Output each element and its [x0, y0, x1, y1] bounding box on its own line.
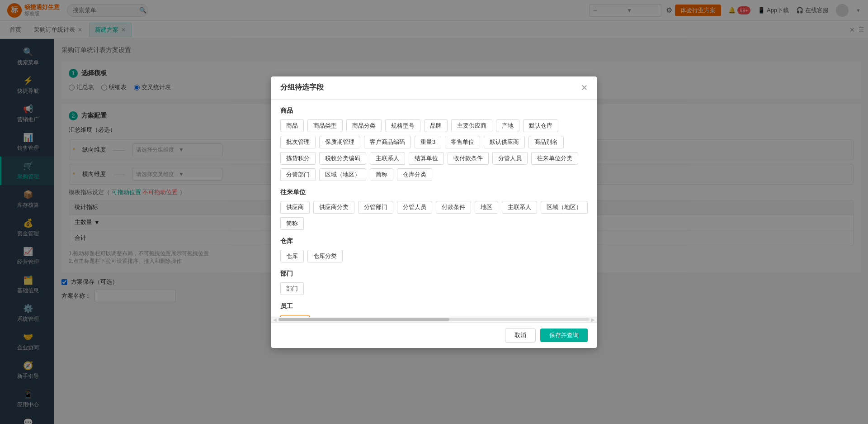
field-tag[interactable]: 供应商分类: [313, 201, 354, 214]
cancel-button[interactable]: 取消: [505, 328, 536, 343]
field-tag[interactable]: 仓库分类: [307, 250, 343, 262]
modal-scrollbar-h[interactable]: ◀ ▶: [271, 317, 597, 322]
field-tag[interactable]: 地区: [475, 201, 498, 214]
field-tag[interactable]: 默认仓库: [523, 119, 558, 132]
h-scrollbar-thumb: [278, 318, 449, 321]
field-section-仓库: 仓库仓库仓库分类: [280, 237, 588, 262]
field-tag[interactable]: 往来单位分类: [531, 152, 578, 165]
field-section-title: 往来单位: [280, 188, 588, 196]
field-tag[interactable]: 仓库: [280, 250, 304, 262]
field-tag[interactable]: 分管部门: [358, 201, 393, 214]
modal-header: 分组待选字段 ✕: [271, 76, 597, 100]
field-tag[interactable]: 仓库分类: [397, 168, 432, 181]
scroll-left-btn[interactable]: ◀: [273, 317, 277, 322]
field-tag[interactable]: 商品: [280, 119, 304, 132]
field-tag[interactable]: 批次管理: [280, 136, 316, 148]
field-tag[interactable]: 品牌: [424, 119, 448, 132]
field-section-title: 商品: [280, 107, 588, 115]
field-tag[interactable]: 默认供应商: [484, 136, 525, 148]
modal-footer: 取消 保存并查询: [271, 322, 597, 348]
field-tag[interactable]: 收付款条件: [448, 152, 489, 165]
field-section-title: 仓库: [280, 237, 588, 245]
field-tag[interactable]: 商品别名: [528, 136, 564, 148]
modal-dialog: 分组待选字段 ✕ 商品商品商品类型商品分类规格型号品牌主要供应商产地默认仓库批次…: [271, 76, 597, 348]
field-tag[interactable]: 税收分类编码: [319, 152, 366, 165]
confirm-button[interactable]: 保存并查询: [540, 329, 588, 342]
field-section-title: 部门: [280, 270, 588, 278]
field-tag[interactable]: 商品分类: [346, 119, 382, 132]
field-tags: 部门: [280, 282, 588, 295]
field-tag[interactable]: 商品类型: [307, 119, 343, 132]
field-tag[interactable]: 产地: [496, 119, 519, 132]
modal-body: 商品商品商品类型商品分类规格型号品牌主要供应商产地默认仓库批次管理保质期管理客户…: [271, 100, 597, 317]
field-tag[interactable]: 规格型号: [385, 119, 420, 132]
field-tag[interactable]: 简称: [280, 217, 304, 230]
field-tag[interactable]: 保质期管理: [319, 136, 360, 148]
field-tag[interactable]: 区域（地区）: [319, 168, 366, 181]
field-tag[interactable]: 分管部门: [280, 168, 316, 181]
field-section-title: 员工: [280, 302, 588, 310]
field-tag[interactable]: 区域（地区）: [541, 201, 588, 214]
field-tag[interactable]: 简称: [370, 168, 393, 181]
field-tag[interactable]: 主要供应商: [451, 119, 492, 132]
modal-close-button[interactable]: ✕: [581, 83, 588, 93]
field-section-部门: 部门部门: [280, 270, 588, 295]
modal-title: 分组待选字段: [280, 83, 324, 92]
modal-overlay: 分组待选字段 ✕ 商品商品商品类型商品分类规格型号品牌主要供应商产地默认仓库批次…: [0, 0, 868, 424]
field-tag[interactable]: 重量3: [415, 136, 441, 148]
field-tag[interactable]: 主联系人: [370, 152, 405, 165]
field-section-往来单位: 往来单位供应商供应商分类分管部门分管人员付款条件地区主联系人区域（地区）简称: [280, 188, 588, 230]
field-tags: 供应商供应商分类分管部门分管人员付款条件地区主联系人区域（地区）简称: [280, 201, 588, 230]
field-tags: 商品商品类型商品分类规格型号品牌主要供应商产地默认仓库批次管理保质期管理客户商品…: [280, 119, 588, 181]
field-section-商品: 商品商品商品类型商品分类规格型号品牌主要供应商产地默认仓库批次管理保质期管理客户…: [280, 107, 588, 181]
field-tag[interactable]: 结算单位: [409, 152, 444, 165]
field-tag[interactable]: 分管人员: [397, 201, 432, 214]
field-tag[interactable]: 分管人员: [492, 152, 528, 165]
field-tags: 仓库仓库分类: [280, 250, 588, 262]
field-tag[interactable]: 客户商品编码: [364, 136, 411, 148]
field-tag[interactable]: 拣货积分: [280, 152, 316, 165]
field-section-员工: 员工业务员: [280, 302, 588, 317]
scroll-right-btn[interactable]: ▶: [591, 317, 595, 322]
field-tag[interactable]: 供应商: [280, 201, 310, 214]
field-tag[interactable]: 部门: [280, 282, 304, 295]
field-tag[interactable]: 主联系人: [502, 201, 537, 214]
h-scrollbar-track: [278, 318, 590, 321]
field-tag[interactable]: 零售单位: [445, 136, 480, 148]
field-tag[interactable]: 付款条件: [436, 201, 471, 214]
